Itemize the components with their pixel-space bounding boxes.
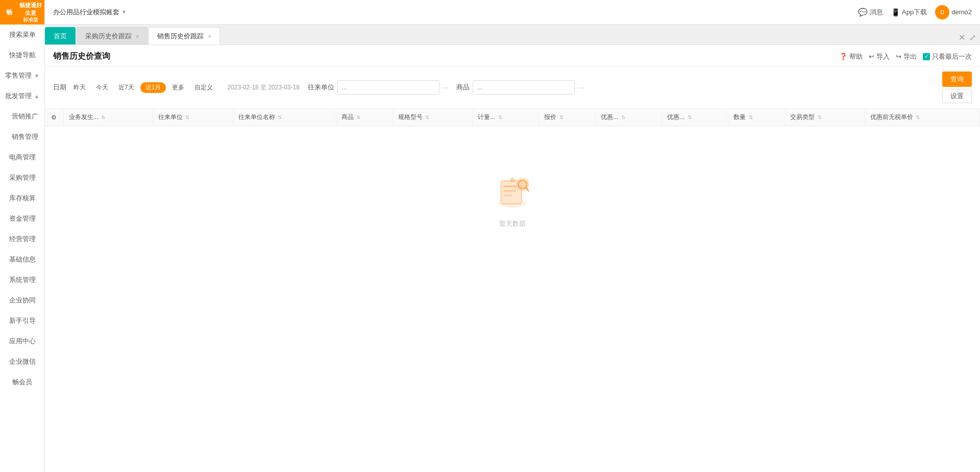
- dropdown-arrow-icon: ▼: [121, 9, 127, 15]
- sidebar-item-label: 资金管理: [9, 214, 36, 223]
- sidebar-item-system[interactable]: 系统管理: [0, 270, 44, 290]
- help-action[interactable]: ❓ 帮助: [839, 52, 863, 61]
- sidebar-item-label: 电商管理: [9, 153, 36, 162]
- sidebar-item-marketing[interactable]: 营销推广: [0, 106, 44, 127]
- sidebar-item-label: 基础信息: [9, 255, 36, 264]
- maximize-icon[interactable]: ⤢: [969, 33, 976, 42]
- top-bar: 办公用品行业模拟账套 ▼ 💬 消息 📱 App下载 D demo2: [45, 0, 980, 25]
- col-settings[interactable]: ⚙: [45, 109, 63, 126]
- account-dropdown[interactable]: 办公用品行业模拟账套 ▼: [53, 8, 127, 17]
- import-label: 导入: [876, 52, 890, 61]
- col-pre-tax[interactable]: 优惠前无税单价 ⇅: [865, 109, 979, 126]
- logo-icon: 畅: [2, 5, 16, 19]
- col-unit-label: 计量...: [478, 113, 495, 121]
- tab-home[interactable]: 首页: [45, 27, 76, 44]
- sidebar-item-quick-nav[interactable]: 快捷导航: [0, 45, 44, 65]
- goods-label: 商品: [456, 83, 470, 92]
- settings-icon[interactable]: ⚙: [51, 114, 57, 121]
- only-last-checkbox[interactable]: ✓: [923, 53, 930, 60]
- col-partner-code[interactable]: 往来单位 ⇅: [153, 109, 233, 126]
- app-download-action[interactable]: 📱 App下载: [891, 8, 927, 17]
- partner-input[interactable]: [337, 80, 439, 95]
- svg-rect-5: [503, 190, 516, 192]
- username: demo2: [951, 8, 972, 16]
- message-action[interactable]: 💬 消息: [858, 8, 883, 17]
- partner-dots-icon[interactable]: ···: [443, 83, 449, 91]
- date-btn-7days[interactable]: 近7天: [114, 82, 138, 93]
- col-goods[interactable]: 商品 ⇅: [336, 109, 393, 126]
- date-btn-custom[interactable]: 自定义: [190, 82, 217, 93]
- goods-input[interactable]: [473, 80, 575, 95]
- empty-state: 暂无数据: [45, 126, 980, 269]
- query-button[interactable]: 查询: [942, 72, 972, 87]
- tab-sales[interactable]: 销售历史价跟踪 ×: [149, 27, 219, 44]
- sidebar-item-purchase[interactable]: 采购管理: [0, 168, 44, 188]
- col-pre-tax-label: 优惠前无税单价: [870, 113, 913, 121]
- col-discount2[interactable]: 优惠... ⇅: [662, 109, 728, 126]
- col-discount1-label: 优惠...: [601, 113, 618, 121]
- sort-icon: ⇅: [688, 114, 692, 120]
- sidebar: 畅 畅捷通好生意 标准版 搜索菜单 快捷导航 零售管理 ▼ 批发管理 ▲ 营销推…: [0, 0, 45, 472]
- col-spec[interactable]: 规格型号 ⇅: [393, 109, 473, 126]
- col-quote-label: 报价: [544, 113, 556, 121]
- sidebar-item-search-menu[interactable]: 搜索菜单: [0, 25, 44, 45]
- col-qty[interactable]: 数量 ⇅: [728, 109, 785, 126]
- sidebar-item-label: 经营管理: [9, 234, 36, 244]
- sidebar-item-label: 营销推广: [12, 112, 38, 121]
- export-label: 导出: [903, 52, 917, 61]
- partner-label: 往来单位: [308, 83, 334, 92]
- empty-icon: [489, 167, 535, 213]
- date-btn-today[interactable]: 今天: [92, 82, 112, 93]
- col-biz-date-label: 业务发生...: [69, 113, 99, 121]
- col-partner-name[interactable]: 往来单位名称 ⇅: [233, 109, 336, 126]
- message-icon: 💬: [858, 8, 868, 17]
- tab-purchase[interactable]: 采购历史价跟踪 ×: [77, 27, 148, 44]
- goods-dots-icon[interactable]: ···: [578, 83, 584, 91]
- date-btn-1month[interactable]: 近1月: [140, 82, 166, 93]
- sidebar-item-wholesale-mgmt[interactable]: 批发管理 ▲: [0, 86, 44, 106]
- user-menu[interactable]: D demo2: [935, 5, 972, 19]
- export-action[interactable]: ↪ 导出: [896, 52, 917, 61]
- date-btn-more[interactable]: 更多: [168, 82, 188, 93]
- close-tab-purchase[interactable]: ×: [136, 33, 139, 39]
- col-deal-type-label: 交易类型: [790, 113, 815, 121]
- sidebar-item-label: 库存核算: [9, 194, 36, 203]
- sidebar-item-guide[interactable]: 新手引导: [0, 311, 44, 331]
- sidebar-item-operation[interactable]: 经营管理: [0, 229, 44, 249]
- col-biz-date[interactable]: 业务发生... ⇅: [63, 109, 153, 126]
- close-tab-sales[interactable]: ×: [208, 33, 211, 39]
- close-window-icon[interactable]: ✕: [959, 33, 965, 42]
- col-deal-type[interactable]: 交易类型 ⇅: [785, 109, 865, 126]
- filter-buttons: 查询 设置: [942, 72, 972, 103]
- col-unit[interactable]: 计量... ⇅: [473, 109, 539, 126]
- sidebar-item-finance[interactable]: 资金管理: [0, 208, 44, 229]
- col-discount2-label: 优惠...: [667, 113, 684, 121]
- data-table: ⚙ 业务发生... ⇅ 往来单位 ⇅ 往来单位名称 ⇅: [45, 109, 980, 126]
- table-container: ⚙ 业务发生... ⇅ 往来单位 ⇅ 往来单位名称 ⇅: [45, 109, 980, 472]
- sidebar-item-sales-mgmt[interactable]: 销售管理: [0, 127, 44, 147]
- sidebar-item-member[interactable]: 畅会员: [0, 372, 44, 392]
- col-quote[interactable]: 报价 ⇅: [539, 109, 596, 126]
- settings-button[interactable]: 设置: [942, 89, 972, 103]
- sort-icon: ⇅: [185, 114, 189, 120]
- help-icon: ❓: [839, 53, 847, 60]
- sidebar-item-app-center[interactable]: 应用中心: [0, 331, 44, 351]
- goods-filter-group: 商品 ···: [456, 80, 584, 95]
- app-subtitle: 标准版: [18, 16, 42, 23]
- only-last-action[interactable]: ✓ 只看最后一次: [923, 52, 972, 61]
- page-content: 销售历史价查询 ❓ 帮助 ↩ 导入 ↪ 导出 ✓ 只看最后一次: [45, 45, 980, 472]
- sidebar-item-enterprise[interactable]: 企业协同: [0, 290, 44, 311]
- sidebar-item-ecommerce[interactable]: 电商管理: [0, 147, 44, 168]
- sidebar-item-wechat[interactable]: 企业微信: [0, 351, 44, 372]
- sort-icon: ⇅: [101, 114, 105, 120]
- sidebar-item-inventory[interactable]: 库存核算: [0, 188, 44, 208]
- sort-icon: ⇅: [559, 114, 564, 120]
- sidebar-item-basic-info[interactable]: 基础信息: [0, 249, 44, 270]
- date-btn-yesterday[interactable]: 昨天: [69, 82, 90, 93]
- sidebar-item-retail-mgmt[interactable]: 零售管理 ▼: [0, 65, 44, 86]
- col-discount1[interactable]: 优惠... ⇅: [596, 109, 662, 126]
- sidebar-item-label: 批发管理: [5, 91, 32, 101]
- import-action[interactable]: ↩ 导入: [869, 52, 890, 61]
- topbar-right: 💬 消息 📱 App下载 D demo2: [858, 5, 972, 19]
- sidebar-item-label: 新手引导: [9, 316, 36, 325]
